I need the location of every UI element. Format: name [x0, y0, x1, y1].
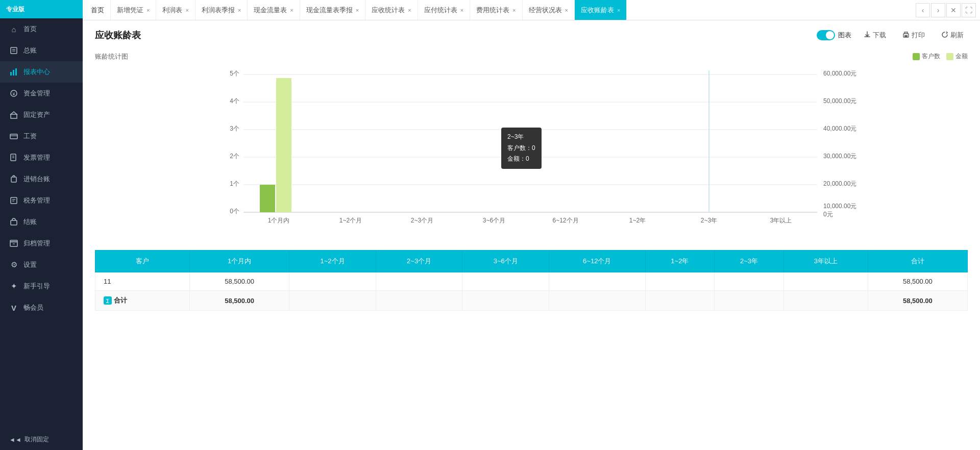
tab-profit-quarter[interactable]: 利润表季报 × [195, 0, 248, 20]
tab-profit-close[interactable]: × [185, 7, 188, 13]
print-button[interactable]: 打印 [898, 29, 929, 42]
download-button[interactable]: 下载 [860, 29, 890, 42]
tab-voucher-close[interactable]: × [146, 7, 150, 13]
sidebar-item-label: 资金管理 [23, 89, 50, 98]
sidebar-item-member[interactable]: V 畅会员 [0, 297, 83, 318]
chart-toggle[interactable]: 图表 [817, 30, 851, 40]
svg-text:1~2个月: 1~2个月 [339, 217, 362, 224]
tab-receivable-stat-close[interactable]: × [408, 7, 411, 13]
svg-text:1~2年: 1~2年 [629, 217, 646, 224]
sidebar-item-label: 结账 [23, 217, 37, 227]
sidebar-item-label: 设置 [23, 260, 37, 269]
sidebar-item-label: 首页 [23, 24, 37, 34]
tab-voucher[interactable]: 新增凭证 × [111, 0, 156, 20]
sidebar-item-funds[interactable]: ¥ 资金管理 [0, 83, 83, 104]
col-3y-plus: 3年以上 [783, 251, 868, 272]
sidebar-item-tax[interactable]: 税务管理 [0, 190, 83, 211]
svg-text:0个: 0个 [230, 208, 239, 215]
legend-customer: 客户数 [913, 52, 940, 61]
bar-chart: 5个 4个 3个 2个 1个 0个 60,000.00元 50,000.00元 … [95, 65, 968, 234]
tab-prev-button[interactable]: ‹ [916, 3, 930, 17]
toggle-track[interactable] [817, 30, 835, 40]
tab-payable-stat[interactable]: 应付统计表 × [418, 0, 470, 20]
svg-rect-9 [10, 134, 17, 139]
tab-expense-stat-close[interactable]: × [512, 7, 516, 13]
cell-1-2m [289, 272, 376, 291]
svg-text:1个: 1个 [230, 180, 239, 187]
tab-aging-close[interactable]: × [617, 7, 620, 13]
sidebar-item-purchases[interactable]: 进销台账 [0, 168, 83, 190]
tab-aging[interactable]: 应收账龄表 × [575, 0, 627, 20]
table-header-row: 客户 1个月内 1~2个月 2~3个月 3~6个月 6~12个月 1~2年 2~… [95, 251, 968, 272]
refresh-button[interactable]: 刷新 [937, 29, 968, 42]
tab-profit-quarter-label: 利润表季报 [202, 6, 235, 15]
sidebar-item-ledger[interactable]: 总账 [0, 40, 83, 61]
tab-profit[interactable]: 利润表 × [156, 0, 195, 20]
sidebar-item-home[interactable]: ⌂ 首页 [0, 18, 83, 40]
legend-amount-dot [946, 53, 953, 60]
sidebar-item-invoice[interactable]: 发票管理 [0, 147, 83, 168]
cell-6-12m [549, 272, 645, 291]
tab-next-button[interactable]: › [931, 3, 945, 17]
tab-receivable-stat[interactable]: 应收统计表 × [365, 0, 418, 20]
svg-rect-3 [10, 72, 12, 76]
tab-cashflow-close[interactable]: × [290, 7, 293, 13]
cell-2-3m [376, 272, 462, 291]
sidebar-item-reports[interactable]: 报表中心 [0, 61, 83, 83]
member-icon: V [9, 303, 18, 312]
main-content: 首页 新增凭证 × 利润表 × 利润表季报 × 现金流量表 × 现金流量表季报 … [83, 0, 980, 450]
svg-text:30,000.00元: 30,000.00元 [823, 153, 856, 160]
sidebar-item-assets[interactable]: 固定资产 [0, 104, 83, 126]
refresh-label: 刷新 [950, 31, 964, 40]
sidebar: 专业版 ⌂ 首页 总账 报表中心 ¥ 资金管理 固定资产 工资 [0, 0, 83, 450]
tab-business-stat[interactable]: 经营状况表 × [523, 0, 575, 20]
sidebar-item-settings[interactable]: ⚙ 设置 [0, 254, 83, 276]
legend-amount: 金额 [946, 52, 968, 61]
settings-icon: ⚙ [9, 260, 18, 269]
total-3y-plus [783, 291, 868, 311]
total-label: ∑ 合计 [104, 296, 185, 305]
sidebar-item-close[interactable]: 结账 [0, 211, 83, 233]
tab-payable-stat-close[interactable]: × [460, 7, 463, 13]
table-row: 11 58,500.00 58,500.00 [95, 272, 968, 291]
col-1-2y: 1~2年 [645, 251, 715, 272]
sidebar-item-archive[interactable]: 归档管理 [0, 233, 83, 254]
svg-text:1个月内: 1个月内 [268, 217, 290, 224]
svg-text:20,000.00元: 20,000.00元 [823, 180, 856, 187]
page-title: 应收账龄表 [95, 29, 817, 41]
tab-profit-quarter-close[interactable]: × [238, 7, 241, 13]
sidebar-item-label: 发票管理 [23, 153, 50, 162]
svg-text:50,000.00元: 50,000.00元 [823, 97, 856, 105]
tab-voucher-label: 新增凭证 [117, 6, 143, 15]
unpin-label: 取消固定 [24, 435, 49, 444]
total-1-2m [289, 291, 376, 311]
funds-icon: ¥ [9, 89, 18, 98]
svg-rect-5 [15, 68, 17, 76]
tab-cashflow[interactable]: 现金流量表 × [248, 0, 300, 20]
cell-1m: 58,500.00 [190, 272, 289, 291]
tab-home[interactable]: 首页 [85, 0, 111, 20]
toggle-thumb [826, 31, 834, 39]
chart-title: 账龄统计图 [95, 52, 968, 61]
unpin-button[interactable]: ◄◄ 取消固定 [0, 429, 83, 450]
tab-close-all-button[interactable]: ✕ [946, 3, 961, 17]
legend-amount-label: 金额 [955, 52, 968, 61]
svg-rect-15 [11, 197, 17, 204]
svg-rect-23 [904, 35, 908, 37]
tab-cashflow-quarter-close[interactable]: × [356, 7, 359, 13]
col-6-12m: 6~12个月 [549, 251, 645, 272]
tab-expense-stat[interactable]: 费用统计表 × [470, 0, 522, 20]
svg-rect-18 [11, 220, 17, 225]
tab-bar: 首页 新增凭证 × 利润表 × 利润表季报 × 现金流量表 × 现金流量表季报 … [83, 0, 980, 20]
tab-cashflow-quarter[interactable]: 现金流量表季报 × [300, 0, 365, 20]
svg-text:6~12个月: 6~12个月 [552, 217, 578, 224]
tab-business-stat-close[interactable]: × [565, 7, 568, 13]
svg-text:40,000.00元: 40,000.00元 [823, 125, 856, 132]
tab-fullscreen-button[interactable]: ⛶ [962, 3, 976, 17]
sidebar-item-salary[interactable]: 工资 [0, 126, 83, 147]
legend-customer-label: 客户数 [922, 52, 940, 61]
tab-receivable-stat-label: 应收统计表 [372, 6, 405, 15]
tab-profit-label: 利润表 [162, 6, 182, 15]
sidebar-item-guide[interactable]: ✦ 新手引导 [0, 276, 83, 297]
cell-3-6m [462, 272, 549, 291]
